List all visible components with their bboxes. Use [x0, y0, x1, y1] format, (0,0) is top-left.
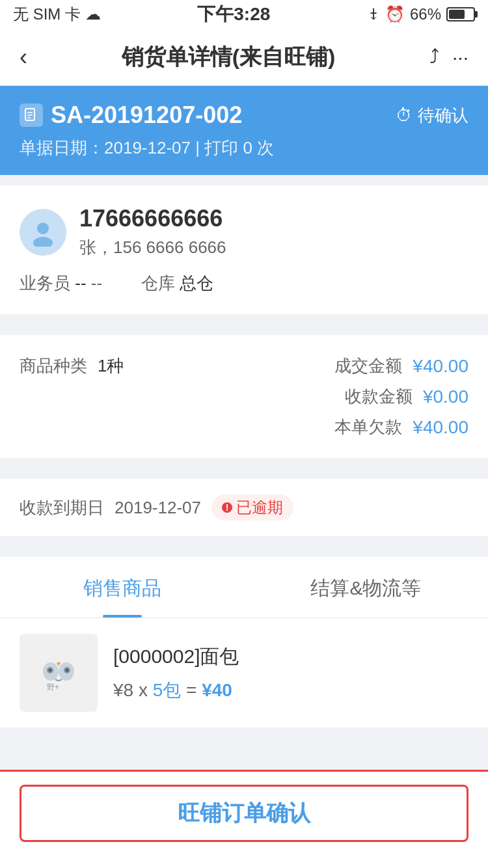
- nav-title: 销货单详情(来自旺铺): [122, 42, 336, 72]
- battery-fill: [449, 10, 465, 19]
- product-thumb-inner: 野+: [33, 653, 85, 692]
- salesperson-value: --: [75, 273, 86, 293]
- due-row: 本单欠款 ¥40.00: [334, 416, 468, 439]
- customer-info: 17666666666 张，156 6666 6666: [79, 205, 226, 259]
- warehouse-item: 仓库 总仓: [141, 272, 213, 295]
- product-price: ¥8 x 5包 = ¥40: [113, 678, 468, 703]
- battery-text: 66%: [410, 5, 441, 23]
- tab-sales-products[interactable]: 销售商品: [0, 557, 244, 617]
- summary-row: 商品种类 1种 成交金额 ¥40.00 收款金额 ¥0.00 本单欠款 ¥40.…: [20, 355, 468, 439]
- order-date: 单据日期：2019-12-07 | 打印 0 次: [20, 137, 468, 159]
- product-type-label: 商品种类: [20, 355, 87, 377]
- tabs-row: 销售商品 结算&物流等: [0, 557, 488, 618]
- product-type-value: 1种: [98, 355, 124, 377]
- received-value: ¥0.00: [423, 387, 468, 407]
- customer-subinfo: 张，156 6666 6666: [79, 236, 226, 259]
- divider-2: [0, 458, 488, 468]
- tab-settlement[interactable]: 结算&物流等: [244, 557, 488, 617]
- svg-marker-12: [57, 662, 61, 666]
- more-icon[interactable]: ···: [452, 46, 468, 68]
- price-equals: =: [181, 680, 202, 700]
- order-header-top: SA-20191207-002 ⏱ 待确认: [20, 102, 468, 129]
- product-item: 野+ [0000002]面包 ¥8 x 5包 = ¥40: [0, 618, 488, 728]
- overdue-text: 已逾期: [236, 497, 283, 518]
- svg-point-4: [37, 223, 49, 234]
- tabs-container: 销售商品 结算&物流等 野+: [0, 557, 488, 728]
- due-label: 本单欠款: [334, 416, 402, 439]
- product-name: [0000002]面包: [113, 644, 468, 670]
- svg-text:野+: 野+: [47, 683, 59, 692]
- divider-1: [0, 314, 488, 325]
- nav-actions: ⤴ ···: [429, 46, 468, 68]
- bottom-bar: 旺铺订单确认: [0, 770, 488, 868]
- overdue-icon: !: [222, 502, 232, 513]
- product-info: [0000002]面包 ¥8 x 5包 = ¥40: [113, 644, 468, 703]
- salesperson-item: 业务员 -- --: [20, 272, 102, 295]
- alarm-icon: ⏰: [385, 5, 405, 23]
- due-date-value: 2019-12-07: [115, 498, 201, 518]
- battery-icon: [446, 7, 475, 21]
- customer-avatar: [20, 209, 66, 256]
- price-total: ¥40: [202, 680, 232, 700]
- share-icon[interactable]: ⤴: [429, 46, 439, 68]
- status-right: ⤈ ⏰ 66%: [367, 5, 475, 23]
- order-number: SA-20191207-002: [20, 102, 242, 129]
- due-value: ¥40.00: [413, 417, 468, 438]
- summary-card: 商品种类 1种 成交金额 ¥40.00 收款金额 ¥0.00 本单欠款 ¥40.…: [0, 335, 488, 458]
- location-icon: ⤈: [367, 5, 380, 23]
- transaction-value: ¥40.00: [413, 356, 468, 377]
- price-text: ¥8 x: [113, 680, 153, 700]
- svg-point-5: [33, 237, 53, 247]
- status-left: 无 SIM 卡 ☁: [13, 4, 101, 25]
- customer-phone: 17666666666: [79, 205, 226, 232]
- svg-point-10: [49, 669, 52, 672]
- confirm-button[interactable]: 旺铺订单确认: [20, 785, 468, 842]
- product-thumbnail: 野+: [20, 634, 98, 712]
- due-date-card: 收款到期日 2019-12-07 ! 已逾期: [0, 479, 488, 536]
- status-time: 下午3:28: [197, 2, 270, 27]
- salesperson-label: 业务员: [20, 273, 70, 293]
- customer-row: 17666666666 张，156 6666 6666: [20, 205, 468, 259]
- svg-point-11: [66, 669, 69, 672]
- back-button[interactable]: ‹: [20, 44, 27, 71]
- divider-3: [0, 536, 488, 547]
- warehouse-val: 总仓: [180, 273, 213, 293]
- order-doc-icon: [20, 103, 43, 127]
- order-header: SA-20191207-002 ⏱ 待确认 单据日期：2019-12-07 | …: [0, 86, 488, 175]
- clock-icon: ⏱: [396, 105, 413, 126]
- svg-rect-0: [25, 109, 34, 120]
- product-list: 野+ [0000002]面包 ¥8 x 5包 = ¥40: [0, 618, 488, 728]
- nav-bar: ‹ 销货单详情(来自旺铺) ⤴ ···: [0, 29, 488, 86]
- customer-details: 业务员 -- -- 仓库 总仓: [20, 272, 468, 295]
- order-status: ⏱ 待确认: [396, 104, 468, 127]
- summary-right: 成交金额 ¥40.00 收款金额 ¥0.00 本单欠款 ¥40.00: [334, 355, 468, 439]
- sim-signal-text: 无 SIM 卡 ☁: [13, 4, 101, 25]
- warehouse-label: 仓库: [141, 273, 175, 293]
- salesperson-val: --: [91, 273, 102, 293]
- transaction-label: 成交金额: [334, 355, 402, 377]
- received-label: 收款金额: [345, 385, 413, 408]
- summary-left: 商品种类 1种: [20, 355, 124, 377]
- status-bar: 无 SIM 卡 ☁ 下午3:28 ⤈ ⏰ 66%: [0, 0, 488, 29]
- overdue-badge: ! 已逾期: [211, 495, 293, 521]
- customer-card: 17666666666 张，156 6666 6666 业务员 -- -- 仓库…: [0, 185, 488, 314]
- price-qty: 5包: [153, 680, 182, 700]
- transaction-row: 成交金额 ¥40.00: [334, 355, 468, 377]
- received-row: 收款金额 ¥0.00: [345, 385, 468, 408]
- due-date-label: 收款到期日: [20, 496, 104, 519]
